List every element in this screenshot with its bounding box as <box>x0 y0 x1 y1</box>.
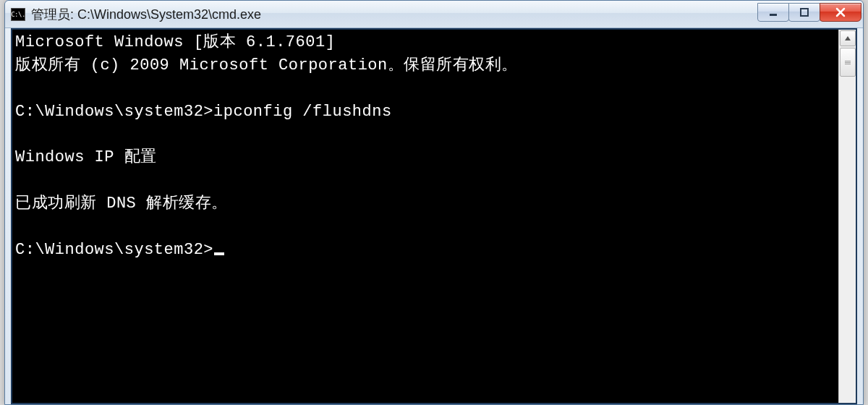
cmd-window: C:\. 管理员: C:\Windows\System32\cmd.exe Mi… <box>4 0 864 405</box>
console-line: C:\Windows\system32> <box>15 239 837 262</box>
vertical-scrollbar[interactable] <box>838 30 856 403</box>
console-line: C:\Windows\system32>ipconfig /flushdns <box>15 101 837 124</box>
scroll-thumb[interactable] <box>840 48 856 77</box>
app-icon: C:\. <box>11 8 25 21</box>
svg-rect-3 <box>845 62 851 63</box>
svg-rect-1 <box>801 9 808 16</box>
svg-rect-4 <box>845 64 851 64</box>
svg-rect-2 <box>845 61 851 61</box>
minimize-button[interactable] <box>757 3 789 22</box>
scroll-up-button[interactable] <box>840 30 856 46</box>
window-controls <box>758 3 861 22</box>
svg-rect-0 <box>770 14 777 16</box>
console-line <box>15 216 837 239</box>
console-line: Windows IP 配置 <box>15 146 837 169</box>
console-line: 已成功刷新 DNS 解析缓存。 <box>15 192 837 216</box>
close-button[interactable] <box>820 3 861 22</box>
console-line <box>15 77 837 101</box>
console-line: Microsoft Windows [版本 6.1.7601] <box>15 31 837 54</box>
client-area: Microsoft Windows [版本 6.1.7601]版权所有 (c) … <box>11 28 857 404</box>
maximize-button[interactable] <box>788 3 820 22</box>
titlebar[interactable]: C:\. 管理员: C:\Windows\System32\cmd.exe <box>5 1 863 28</box>
console-line <box>15 124 837 147</box>
cursor <box>214 252 224 255</box>
console-line <box>15 169 837 192</box>
console-line: 版权所有 (c) 2009 Microsoft Corporation。保留所有… <box>15 54 837 77</box>
window-title: 管理员: C:\Windows\System32\cmd.exe <box>31 6 758 23</box>
console-output[interactable]: Microsoft Windows [版本 6.1.7601]版权所有 (c) … <box>12 30 838 403</box>
